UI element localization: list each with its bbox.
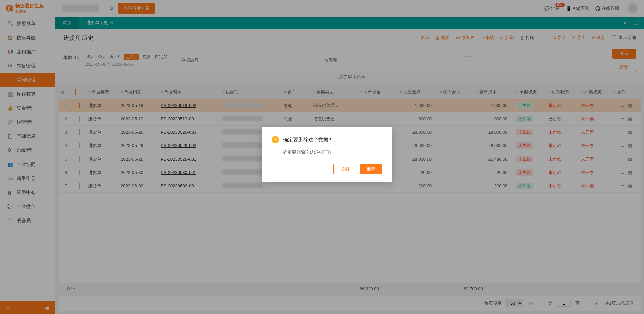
modal-message: 确定要删除这1张单据吗? (283, 149, 382, 155)
confirm-delete-modal: ! 确定要删除这个数据? 确定要删除这1张单据吗? 取消 删除 (262, 127, 392, 182)
modal-title: 确定要删除这个数据? (283, 137, 331, 143)
modal-cancel-button[interactable]: 取消 (333, 164, 356, 174)
warning-icon: ! (272, 136, 279, 143)
modal-confirm-button[interactable]: 删除 (360, 164, 382, 174)
